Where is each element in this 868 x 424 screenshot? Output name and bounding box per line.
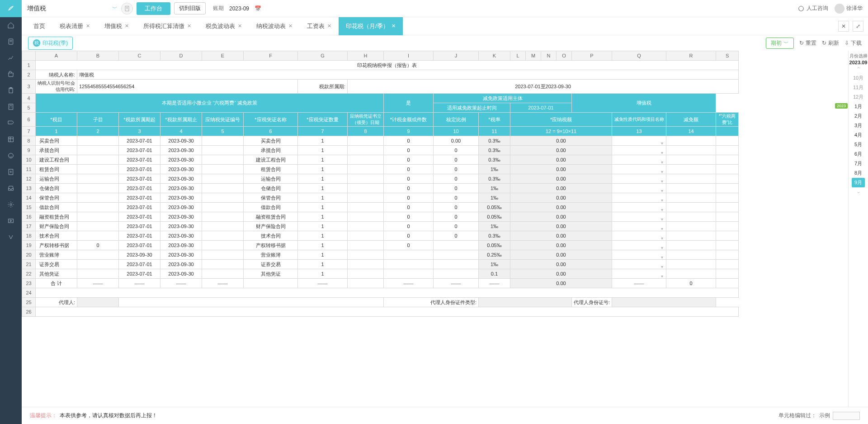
cell-qty[interactable]: 1 [298,136,348,146]
cell-vname[interactable]: 承揽合同 [244,146,298,155]
cell-ratio[interactable]: 0 [434,203,479,212]
cell-reduce-code[interactable] [612,250,666,260]
cell-start[interactable]: 2023-09-30 [119,250,160,260]
month-option[interactable]: 20231月 [850,102,867,111]
cell-vdate[interactable] [348,193,384,203]
cell-reduce-amt[interactable] [666,193,716,203]
month-option[interactable]: 11月 [850,83,867,92]
nav-support-icon[interactable] [0,148,22,164]
cell-end[interactable]: 2023-09-30 [160,212,202,222]
cell-vdate[interactable] [348,231,384,241]
cell-tax[interactable]: 0.00 [510,212,612,222]
cell-reduce-code[interactable] [612,184,666,193]
cell-sub[interactable] [77,260,119,269]
cell-reduce-amt[interactable] [666,155,716,165]
agent-id-no-input[interactable] [612,298,716,307]
col-header[interactable]: M [526,51,541,61]
table-row[interactable]: 10建设工程合同2023-07-012023-09-30建设工程合同1000.3… [22,155,739,165]
cell-vname[interactable]: 买卖合同 [244,136,298,146]
tab-5[interactable]: 纳税波动表✕ [249,17,300,35]
cell-rate[interactable]: 1‰ [479,165,510,174]
cell-ratio[interactable]: 0 [434,193,479,203]
cell-tax[interactable]: 0.00 [510,241,612,250]
cell-amount[interactable]: 0 [384,136,434,146]
cell-sub[interactable] [77,250,119,260]
cell-reduce-amt[interactable] [666,231,716,241]
col-header[interactable]: D [160,51,202,61]
col-header[interactable]: E [202,51,244,61]
period-value[interactable]: 2023-09 [229,5,249,12]
cell-ratio[interactable]: 0 [434,222,479,231]
cell-vdate[interactable] [348,165,384,174]
close-all-tabs-icon[interactable]: ✕ [838,21,849,32]
nav-doc-icon[interactable] [0,33,22,50]
cell-end[interactable]: 2023-09-30 [160,146,202,155]
cell-vdate[interactable] [348,250,384,260]
cell-vdate[interactable] [348,212,384,222]
close-icon[interactable]: ✕ [86,23,90,29]
cell-tax-item[interactable]: 运输合同 [36,174,77,184]
cell-amount[interactable]: 0 [384,193,434,203]
cell-six[interactable] [716,250,739,260]
cell-rate[interactable]: 0.3‰ [479,231,510,241]
cell-reduce-code[interactable] [612,174,666,184]
cell-vno[interactable] [202,184,244,193]
cell-end[interactable]: 2023-09-30 [160,269,202,279]
cell-reduce-amt[interactable] [666,250,716,260]
cell-vname[interactable]: 其他凭证 [244,269,298,279]
close-icon[interactable]: ✕ [238,23,242,29]
cell-vno[interactable] [202,212,244,222]
cell-sub[interactable] [77,212,119,222]
cell-rate[interactable]: 0.1 [479,269,510,279]
cell-end[interactable]: 2023-09-30 [160,136,202,146]
cell-qty[interactable]: 1 [298,269,348,279]
cell-vdate[interactable] [348,174,384,184]
cell-vdate[interactable] [348,146,384,155]
tab-1[interactable]: 税表清册✕ [52,17,97,35]
cell-reduce-code[interactable] [612,212,666,222]
cell-reduce-code[interactable] [612,269,666,279]
cell-start[interactable]: 2023-07-01 [119,174,160,184]
table-row[interactable]: 18技术合同2023-07-012023-09-30技术合同1000.3‰0.0… [22,231,739,241]
cell-vname[interactable]: 租赁合同 [244,165,298,174]
cell-six[interactable] [716,146,739,155]
cell-vno[interactable] [202,203,244,212]
spreadsheet[interactable]: ABCDEFGHIJKLMNOPQRS1印花税纳税申报（报告）表2纳税人名称:增… [22,51,848,407]
cell-end[interactable]: 2023-09-30 [160,203,202,212]
cell-tax[interactable]: 0.00 [510,146,612,155]
table-row[interactable]: 19产权转移书据02023-07-012023-09-30产权转移书据100.0… [22,241,739,250]
col-header[interactable]: S [716,51,739,61]
consult-link[interactable]: 人工咨询 [797,5,828,12]
cell-six[interactable] [716,241,739,250]
cell-tax[interactable]: 0.00 [510,231,612,241]
table-row[interactable]: 22其他凭证2023-07-012023-09-30其他凭证10.10.00 [22,269,739,279]
table-row[interactable]: 11租赁合同2023-07-012023-09-30租赁合同1001‰0.00 [22,165,739,174]
cell-vno[interactable] [202,250,244,260]
cell-sub[interactable] [77,146,119,155]
col-header[interactable]: K [479,51,510,61]
cell-six[interactable] [716,203,739,212]
cell-tax[interactable]: 0.00 [510,174,612,184]
cell-rate[interactable]: 0.3‰ [479,136,510,146]
month-option[interactable]: 6月 [850,149,867,159]
cell-reduce-code[interactable] [612,241,666,250]
cell-start[interactable]: 2023-07-01 [119,231,160,241]
cell-qty[interactable]: 1 [298,222,348,231]
cell-end[interactable]: 2023-09-30 [160,222,202,231]
cell-amount[interactable]: 0 [384,231,434,241]
cell-reduce-code[interactable] [612,260,666,269]
cell-end[interactable]: 2023-09-30 [160,184,202,193]
cell-amount[interactable]: 0 [384,184,434,193]
cell-qty[interactable]: 1 [298,184,348,193]
cell-ratio[interactable] [434,269,479,279]
month-option[interactable]: 12月 [850,92,867,102]
month-option[interactable]: 8月 [850,168,867,178]
cell-tax[interactable]: 0.00 [510,250,612,260]
cell-six[interactable] [716,260,739,269]
cell-end[interactable]: 2023-09-30 [160,231,202,241]
cell-vno[interactable] [202,222,244,231]
cell-amount[interactable]: 0 [384,146,434,155]
cell-qty[interactable]: 1 [298,193,348,203]
nav-tag-icon[interactable] [0,115,22,131]
close-icon[interactable]: ✕ [327,23,331,29]
